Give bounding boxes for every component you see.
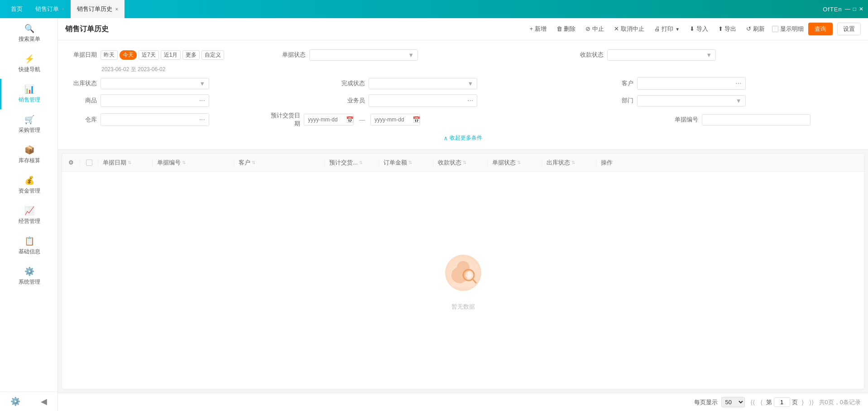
page-header: 销售订单历史 + 新增 🗑 删除 ⊘ 中止 ✕ 取消中止 🖨 打印 ▼ — [58, 18, 868, 40]
goods-dots-icon[interactable]: ··· — [199, 97, 205, 105]
page-next-button[interactable]: ⟩ — [800, 398, 806, 407]
date-btn-today[interactable]: 今天 — [120, 50, 137, 60]
table-settings-icon[interactable]: ⚙ — [68, 159, 74, 166]
sidebar-collapse-icon[interactable]: ◀ — [41, 396, 47, 406]
date-btn-7days[interactable]: 近7天 — [139, 50, 159, 60]
delivery-start-field[interactable] — [308, 116, 344, 123]
query-button[interactable]: 查询 — [808, 23, 833, 35]
sidebar-item-system[interactable]: ⚙️ 系统管理 — [0, 261, 58, 291]
th-checkbox[interactable] — [80, 160, 98, 166]
warehouse-input[interactable] — [105, 116, 197, 123]
th-settings[interactable]: ⚙ — [62, 159, 80, 166]
th-amount[interactable]: 订单金额 ⇅ — [379, 159, 433, 167]
dept-select[interactable]: ▼ — [637, 95, 746, 106]
th-stock-status[interactable]: 出库状态 ⇅ — [542, 159, 596, 167]
status-input[interactable] — [313, 52, 406, 58]
sidebar-item-quick-nav[interactable]: ⚡ 快捷导航 — [0, 48, 58, 79]
customer-input[interactable] — [641, 80, 734, 87]
customer-select[interactable]: ··· — [637, 77, 746, 90]
sidebar-settings-icon[interactable]: ⚙️ — [10, 396, 20, 406]
collapse-button[interactable]: ∧ 收起更多条件 — [65, 132, 861, 144]
date-btn-custom[interactable]: 自定义 — [201, 50, 224, 60]
empty-image — [441, 250, 486, 295]
page-first-button[interactable]: ⟨⟨ — [748, 398, 757, 407]
page-prev-button[interactable]: ⟨ — [758, 398, 764, 407]
print-button[interactable]: 🖨 打印 ▼ — [652, 23, 683, 35]
receive-dropdown-icon: ▼ — [706, 52, 712, 58]
sidebar-item-search[interactable]: 🔍 搜索菜单 — [0, 18, 58, 48]
status-select[interactable]: ▼ — [309, 49, 418, 61]
calendar-end-icon: 📅 — [412, 116, 420, 123]
tab-sales-order-history[interactable]: 销售订单历史 × — [71, 0, 124, 18]
delivery-start-input[interactable]: 📅 — [304, 114, 354, 126]
th-customer[interactable]: 客户 ⇅ — [234, 159, 325, 167]
box-icon: 📦 — [24, 145, 34, 155]
refresh-button[interactable]: ↺ 刷新 — [743, 23, 767, 35]
sidebar-item-purchase[interactable]: 🛒 采购管理 — [0, 109, 58, 140]
warehouse-select[interactable]: ··· — [101, 113, 209, 126]
import-button[interactable]: ⬇ 导入 — [687, 23, 711, 35]
sort-receive-icon: ⇅ — [463, 160, 466, 165]
sidebar-item-sales[interactable]: 📊 销售管理 — [0, 79, 58, 109]
page-last-button[interactable]: ⟩⟩ — [807, 398, 815, 407]
per-page-select[interactable]: 10 20 50 100 — [721, 397, 745, 407]
main-layout: 🔍 搜索菜单 ⚡ 快捷导航 📊 销售管理 🛒 采购管理 📦 库存核算 💰 资金管… — [0, 18, 868, 411]
order-num-input[interactable] — [706, 116, 806, 123]
sidebar-item-basic-info[interactable]: 📋 基础信息 — [0, 231, 58, 261]
tab-home[interactable]: 首页 — [5, 0, 29, 18]
delete-button[interactable]: 🗑 删除 — [554, 23, 579, 35]
window-maximize-icon[interactable]: □ — [853, 6, 856, 12]
receive-select[interactable]: ▼ — [607, 49, 716, 61]
customer-dots-icon[interactable]: ··· — [735, 79, 741, 87]
salesperson-dots-icon[interactable]: ··· — [467, 97, 473, 105]
tab-sales-order[interactable]: 销售订单 × — [29, 0, 71, 18]
sidebar-item-finance[interactable]: 💰 资金管理 — [0, 170, 58, 200]
tab-close-history[interactable]: × — [115, 6, 118, 12]
sidebar-item-operations[interactable]: 📈 经营管理 — [0, 200, 58, 231]
tab-close-sales-order[interactable]: × — [62, 6, 64, 12]
delivery-end-field[interactable] — [374, 116, 411, 123]
select-all-checkbox[interactable] — [86, 160, 92, 166]
display-toggle[interactable]: 显示明细 — [772, 25, 804, 33]
window-close-icon[interactable]: ✕ — [859, 6, 863, 12]
dept-input[interactable] — [641, 97, 734, 104]
window-minimize-icon[interactable]: — — [845, 6, 850, 12]
export-button[interactable]: ⬆ 导出 — [715, 23, 739, 35]
cancel-stop-button[interactable]: ✕ 取消中止 — [611, 23, 647, 35]
dept-dropdown-icon: ▼ — [736, 97, 742, 104]
complete-input[interactable] — [373, 80, 465, 87]
salesperson-select[interactable]: ··· — [369, 94, 477, 107]
sort-date-icon: ⇅ — [128, 160, 131, 165]
warehouse-dots-icon[interactable]: ··· — [199, 116, 205, 124]
th-num[interactable]: 单据编号 ⇅ — [153, 159, 234, 167]
goods-select[interactable]: ··· — [101, 94, 209, 107]
settings-button[interactable]: 设置 — [837, 23, 861, 35]
order-num-select[interactable] — [702, 114, 810, 126]
complete-select[interactable]: ▼ — [369, 78, 477, 89]
page-number-input[interactable] — [774, 397, 790, 407]
date-btn-more[interactable]: 更多 — [182, 50, 200, 60]
th-receive-status[interactable]: 收款状态 ⇅ — [433, 159, 488, 167]
date-btn-1month[interactable]: 近1月 — [161, 50, 181, 60]
th-date[interactable]: 单据日期 ⇅ — [98, 159, 153, 167]
svg-point-6 — [476, 265, 478, 267]
search-icon: 🔍 — [24, 24, 34, 34]
stop-button[interactable]: ⊘ 中止 — [583, 23, 607, 35]
th-delivery[interactable]: 预计交货... ⇅ — [325, 159, 379, 167]
salesperson-label: 业务员 — [333, 97, 365, 105]
filter-cell-receive-status: 收款状态 ▼ — [572, 49, 861, 61]
th-doc-status[interactable]: 单据状态 ⇅ — [488, 159, 542, 167]
delivery-end-input[interactable]: 📅 — [370, 114, 420, 126]
receive-input[interactable] — [611, 52, 704, 58]
date-btn-yesterday[interactable]: 昨天 — [101, 50, 118, 60]
chart-icon: 📊 — [24, 84, 34, 94]
date-range-display: 2023-06-02 至 2023-06-02 — [101, 66, 165, 73]
date-label: 单据日期 — [65, 51, 97, 59]
salesperson-input[interactable] — [373, 97, 465, 104]
display-checkbox[interactable] — [772, 26, 778, 32]
sidebar-item-inventory[interactable]: 📦 库存核算 — [0, 140, 58, 170]
new-button[interactable]: + 新增 — [527, 23, 549, 35]
goods-input[interactable] — [105, 97, 197, 104]
stock-out-select[interactable]: ▼ — [101, 78, 209, 89]
stock-out-input[interactable] — [105, 80, 197, 87]
